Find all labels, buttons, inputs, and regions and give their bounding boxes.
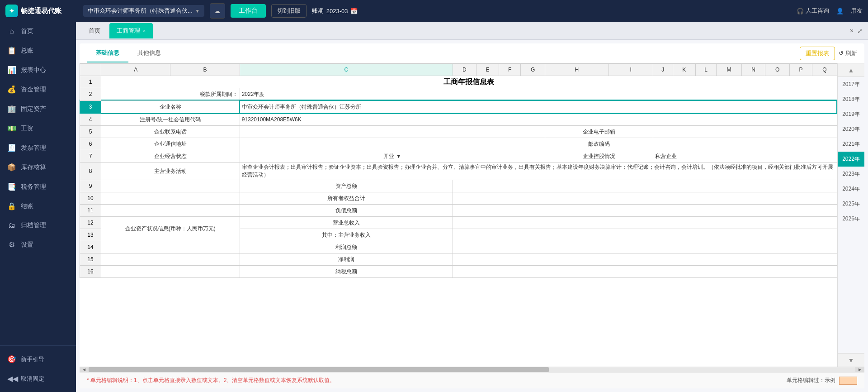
sidebar-item-label: 发票管理: [21, 144, 46, 152]
row-num-6: 6: [80, 138, 101, 150]
consult-button[interactable]: 🎧 人工咨询: [797, 7, 829, 15]
sidebar-item-assets[interactable]: 🏢 固定资产: [0, 99, 76, 119]
sidebar-item-ledger[interactable]: 📋 总账: [0, 41, 76, 60]
unpin-icon: ◀◀: [7, 374, 16, 383]
cloud-icon-btn[interactable]: ☁: [210, 3, 225, 19]
total-assets-label: 资产总额: [240, 180, 453, 192]
sidebar-item-salary[interactable]: 💵 工资: [0, 119, 76, 138]
row-num-9: 9: [80, 180, 101, 192]
table-row: 5 企业联系电话 企业电子邮箱: [80, 126, 837, 138]
year-item-2023[interactable]: 2023年: [838, 167, 864, 182]
company-label-cell: 企业名称: [101, 100, 240, 113]
period-label-cell: 税款所属期间：: [101, 88, 240, 101]
sidebar-item-archive[interactable]: 🗂 归档管理: [0, 216, 76, 235]
total-assets-value[interactable]: [453, 180, 837, 192]
sheet-area: A B C D E F G H I J K L: [80, 63, 864, 367]
phone-value[interactable]: [240, 126, 545, 138]
col-header-i: I: [609, 64, 653, 76]
address-label: 企业通信地址: [101, 138, 240, 150]
refresh-button[interactable]: ↺ 刷新: [839, 47, 857, 60]
sidebar-item-invoice[interactable]: 🧾 发票管理: [0, 138, 76, 158]
spreadsheet-container[interactable]: A B C D E F G H I J K L: [80, 63, 837, 367]
net-profit-label: 净利润: [240, 253, 453, 265]
assets-section-label-10: [101, 192, 240, 204]
sidebar-item-newbie[interactable]: 🎯 新手引导: [0, 349, 76, 369]
total-revenue-value[interactable]: [453, 216, 837, 229]
holding-value[interactable]: 私营企业: [653, 150, 837, 163]
hscroll-track[interactable]: [89, 367, 855, 372]
year-item-2021[interactable]: 2021年: [838, 137, 864, 152]
tab-close-icon[interactable]: ×: [143, 28, 146, 33]
sidebar-item-unpin[interactable]: ◀◀ 取消固定: [0, 369, 76, 388]
report-icon: 📊: [7, 66, 16, 74]
main-content: 首页 工商管理 × × ⤢ 基础信息 其他信息 重置报表: [76, 22, 868, 392]
year-item-2017[interactable]: 2017年: [838, 77, 864, 92]
total-profit-value[interactable]: [453, 241, 837, 253]
sub-tab-bar: 基础信息 其他信息 重置报表 ↺ 刷新: [80, 43, 864, 63]
year-item-2025[interactable]: 2025年: [838, 196, 864, 211]
sidebar-item-label: 首页: [21, 27, 33, 35]
horizontal-scrollbar[interactable]: ◀ ▶: [80, 367, 864, 372]
assets-info-label: 企业资产状况信息(币种：人民币万元): [101, 216, 240, 241]
table-row: 7 企业经营状态 开业 ▼ 企业控股情况 私营企业: [80, 150, 837, 163]
total-tax-value[interactable]: [453, 265, 837, 277]
tab-home[interactable]: 首页: [81, 23, 108, 38]
year-item-2018[interactable]: 2018年: [838, 92, 864, 107]
year-panel-header: ▲: [838, 63, 864, 77]
sidebar-item-inventory[interactable]: 📦 库存核算: [0, 158, 76, 177]
col-header-n: N: [742, 64, 765, 76]
calendar-icon[interactable]: 📅: [350, 8, 358, 14]
reset-button[interactable]: 重置报表: [800, 47, 835, 60]
logo-icon: ✦: [5, 5, 18, 17]
table-row: 3 企业名称 中审众环会计师事务所（特殊普通合伙）江苏分所: [80, 100, 837, 113]
col-header-j: J: [653, 64, 673, 76]
company-selector[interactable]: 中审众环会计师事务所（特殊普通合伙... ▼: [83, 5, 204, 17]
window-maximize-icon[interactable]: ⤢: [857, 27, 863, 34]
tab-business[interactable]: 工商管理 ×: [109, 23, 153, 38]
liabilities-value[interactable]: [453, 204, 837, 216]
year-item-2022[interactable]: 2022年: [838, 152, 864, 167]
old-version-button[interactable]: 切到旧版: [271, 4, 307, 18]
year-item-2020[interactable]: 2020年: [838, 122, 864, 137]
biz-value[interactable]: 审查企业会计报表；出具审计报告；验证企业资本；出具验资报告；办理企业合并、分立、…: [240, 163, 837, 180]
email-value[interactable]: [653, 126, 837, 138]
company-dropdown-arrow: ▼: [195, 9, 200, 14]
sidebar-item-label: 结账: [21, 202, 33, 210]
postal-value[interactable]: [653, 138, 837, 150]
total-profit-label: 利润总额: [240, 241, 453, 253]
hscroll-left-btn[interactable]: ◀: [80, 367, 89, 373]
year-item-2019[interactable]: 2019年: [838, 107, 864, 122]
spreadsheet-table: A B C D E F G H I J K L: [80, 63, 837, 278]
address-value[interactable]: [240, 138, 545, 150]
sidebar-item-settings[interactable]: ⚙ 设置: [0, 235, 76, 254]
main-revenue-value[interactable]: [453, 229, 837, 241]
workbench-button[interactable]: 工作台: [231, 4, 266, 18]
sidebar-item-tax[interactable]: 📑 税务管理: [0, 177, 76, 196]
cell-info-label: 单元格编辑过：示例: [787, 377, 835, 384]
hscroll-right-btn[interactable]: ▶: [855, 367, 864, 373]
sidebar-item-label: 归档管理: [21, 221, 46, 229]
sidebar-item-close[interactable]: 🔒 结账: [0, 196, 76, 216]
reg-value-cell[interactable]: 91320100MA208E5W6K: [240, 113, 837, 126]
sidebar-item-report[interactable]: 📊 报表中心: [0, 60, 76, 80]
chevron-down-icon[interactable]: ▼: [848, 357, 854, 364]
sub-tab-other[interactable]: 其他信息: [128, 44, 170, 62]
year-item-2024[interactable]: 2024年: [838, 182, 864, 196]
sidebar-item-finance[interactable]: 💰 资金管理: [0, 80, 76, 99]
sidebar-item-home[interactable]: ⌂ 首页: [0, 22, 76, 41]
period-value-cell[interactable]: 2022年度: [240, 88, 837, 101]
status-dropdown[interactable]: 开业 ▼: [240, 150, 545, 163]
hscroll-thumb[interactable]: [89, 367, 549, 372]
status-label: 企业经营状态: [101, 150, 240, 163]
chevron-up-icon[interactable]: ▲: [848, 67, 854, 74]
app-title: 畅捷通易代账: [21, 7, 61, 15]
window-close-icon[interactable]: ×: [850, 27, 854, 34]
sidebar-item-label: 资金管理: [21, 86, 46, 94]
equity-value[interactable]: [453, 192, 837, 204]
user-label[interactable]: 用友: [851, 7, 863, 15]
main-layout: ⌂ 首页 📋 总账 📊 报表中心 💰 资金管理 🏢 固定资产 💵 工资: [0, 22, 868, 392]
company-value-cell[interactable]: 中审众环会计师事务所（特殊普通合伙）江苏分所: [240, 100, 837, 113]
year-item-2026[interactable]: 2026年: [838, 211, 864, 226]
net-profit-value[interactable]: [453, 253, 837, 265]
sub-tab-basic[interactable]: 基础信息: [87, 44, 128, 62]
